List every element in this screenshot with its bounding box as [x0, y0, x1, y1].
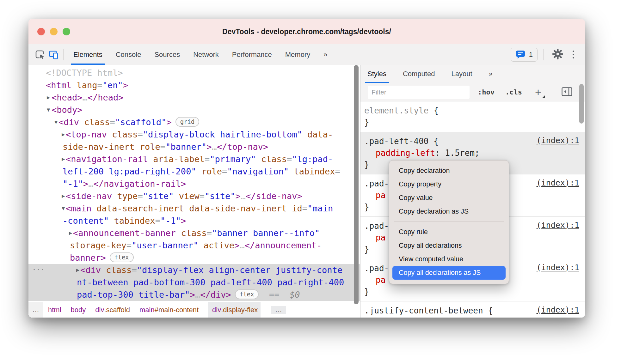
- breadcrumb-item-divscaffold[interactable]: div.scaffold: [95, 302, 130, 318]
- context-menu-item-copy-declaration-as-js[interactable]: Copy declaration as JS: [389, 205, 509, 218]
- sidebar-tab-computed[interactable]: Computed: [403, 65, 435, 83]
- toggle-hover-state-button[interactable]: :hov: [478, 88, 495, 96]
- code-token: storage-key: [70, 240, 126, 250]
- expanded-arrow-icon[interactable]: ▼: [47, 104, 50, 116]
- context-menu-item-view-computed-value[interactable]: View computed value: [389, 252, 509, 266]
- dom-tree-row[interactable]: banner>flex: [28, 252, 360, 264]
- row-menu-dots-icon[interactable]: ···: [32, 264, 44, 275]
- plus-dropdown-corner: [542, 95, 545, 98]
- dom-tree-row[interactable]: ▼<main data-search-inert data-side-nav-i…: [28, 202, 360, 215]
- sidebar-tab-layout[interactable]: Layout: [451, 65, 472, 83]
- code-token: >: [166, 117, 171, 127]
- tab-sources[interactable]: Sources: [148, 44, 187, 65]
- flex-badge[interactable]: flex: [110, 252, 134, 262]
- dom-tree-row[interactable]: ▶<head>…</head>: [28, 91, 360, 104]
- expanded-arrow-icon[interactable]: ▼: [54, 116, 58, 128]
- more-options-button[interactable]: [573, 51, 574, 58]
- collapsed-arrow-icon[interactable]: ▶: [62, 153, 65, 165]
- context-menu-item-copy-all-declarations[interactable]: Copy all declarations: [389, 239, 509, 252]
- tab-memory[interactable]: Memory: [279, 44, 317, 65]
- dom-tree-row[interactable]: <html lang="en">: [28, 79, 360, 91]
- code-token: =: [138, 191, 143, 201]
- context-menu-item-copy-rule[interactable]: Copy rule: [389, 225, 509, 239]
- dom-scrollbar-thumb[interactable]: [354, 65, 359, 304]
- code-token: side-nav-inert role: [63, 142, 160, 152]
- collapsed-arrow-icon[interactable]: ▶: [76, 264, 79, 276]
- collapsed-arrow-icon[interactable]: ▶: [69, 227, 72, 239]
- styles-scrollbar-thumb[interactable]: [579, 84, 584, 124]
- grid-badge[interactable]: grid: [175, 117, 200, 127]
- context-menu-item-copy-declaration[interactable]: Copy declaration: [389, 164, 509, 178]
- breadcrumb-overflow-left[interactable]: …: [28, 302, 43, 318]
- sidebar-tab-more[interactable]: »: [489, 65, 493, 83]
- device-toolbar-icon[interactable]: [47, 48, 61, 62]
- code-token: >: [83, 179, 88, 189]
- dom-tree-row-selected[interactable]: ···▶<div class="display-flex align-cente…: [28, 264, 360, 276]
- settings-button[interactable]: [552, 48, 564, 61]
- stylesheet-source-link[interactable]: (index):1: [537, 178, 579, 187]
- stylesheet-source-link[interactable]: (index):1: [537, 263, 579, 272]
- collapsed-arrow-icon[interactable]: ▶: [62, 190, 65, 202]
- dom-tree-row-selected[interactable]: nt-between pad-bottom-300 pad-left-400 p…: [28, 276, 360, 288]
- breadcrumb-item-body[interactable]: body: [71, 302, 86, 318]
- dom-tree-row[interactable]: <!DOCTYPE html>: [28, 67, 360, 79]
- dom-tree-row[interactable]: side-nav-inert role="banner">…</top-nav>: [28, 141, 360, 153]
- css-rule[interactable]: (index):1.justify-content-between {justi…: [360, 301, 585, 318]
- dom-tree-row[interactable]: ▶<announcement-banner class="banner bann…: [28, 227, 360, 239]
- code-token: =: [222, 167, 227, 176]
- new-style-rule-button[interactable]: +: [533, 88, 543, 97]
- dom-tree-row[interactable]: ▶<side-nav type="site" view="site">…</si…: [28, 190, 360, 202]
- breadcrumb-item-html[interactable]: html: [48, 302, 61, 318]
- stylesheet-source-link[interactable]: (index):1: [537, 136, 579, 145]
- sidebar-toggle-button[interactable]: [561, 87, 573, 98]
- tab-[interactable]: »: [317, 44, 334, 65]
- dom-tree-row[interactable]: left-200 lg:pad-right-200" role="navigat…: [28, 165, 360, 178]
- context-menu-item-copy-all-declarations-as-js[interactable]: Copy all declarations as JS: [392, 266, 506, 280]
- code-token: >: [181, 216, 186, 226]
- code-token: "site": [205, 191, 236, 201]
- dom-tree-row[interactable]: storage-key="user-banner" active>…</anno…: [28, 239, 360, 252]
- issues-button[interactable]: 1: [511, 48, 538, 62]
- flex-badge[interactable]: flex: [235, 289, 259, 299]
- expanded-arrow-icon[interactable]: ▼: [62, 202, 65, 215]
- styles-filter-input[interactable]: [368, 86, 470, 99]
- code-token: =: [205, 154, 210, 164]
- css-rule[interactable]: element.style {}: [360, 101, 585, 132]
- toggle-class-button[interactable]: .cls: [505, 88, 522, 96]
- dom-tree-row[interactable]: -content" tabindex="-1">: [28, 215, 360, 227]
- code-token: $0: [290, 290, 300, 300]
- tab-network[interactable]: Network: [187, 44, 225, 65]
- collapsed-arrow-icon[interactable]: ▶: [62, 128, 65, 141]
- tab-console[interactable]: Console: [109, 44, 148, 65]
- collapsed-arrow-icon[interactable]: ▶: [47, 91, 50, 104]
- dom-tree-row[interactable]: ▼<body>: [28, 104, 360, 116]
- code-token: class: [84, 117, 110, 127]
- breadcrumb-item-divdisplay-flex[interactable]: div.display-flex: [208, 302, 261, 318]
- dom-tree-row[interactable]: ▼<div class="scaffold">grid: [28, 116, 360, 128]
- dom-tree-row[interactable]: ▶<top-nav class="display-block hairline-…: [28, 128, 360, 141]
- code-token: <side-nav: [66, 191, 117, 201]
- css-declaration-line[interactable]: }: [360, 286, 585, 298]
- stylesheet-source-link[interactable]: (index):1: [537, 305, 579, 314]
- inspect-element-icon[interactable]: [33, 48, 47, 62]
- tab-performance[interactable]: Performance: [225, 44, 279, 65]
- sidebar-tab-styles[interactable]: Styles: [367, 65, 386, 83]
- css-declaration-line[interactable]: justify-content: space-between;: [360, 317, 585, 318]
- dom-tree-row-selected[interactable]: pad-top-300 title-bar">…</div>flex == $0: [28, 288, 360, 301]
- code-token: left-200 lg:pad-right-200": [63, 167, 196, 176]
- css-declaration-line[interactable]: element.style {: [360, 105, 585, 117]
- code-token: <div: [80, 265, 106, 275]
- breadcrumb-overflow-right[interactable]: …: [271, 306, 286, 314]
- stylesheet-source-link[interactable]: (index):1: [537, 221, 579, 230]
- css-declaration-line[interactable]: }: [360, 117, 585, 128]
- code-token: =: [126, 240, 132, 250]
- dom-tree-row[interactable]: ▶<navigation-rail aria-label="primary" c…: [28, 153, 360, 165]
- dom-tree-row[interactable]: "-1">…</navigation-rail>: [28, 178, 360, 190]
- breadcrumb-item-mainmain-content[interactable]: main#main-content: [139, 302, 199, 318]
- context-menu-item-copy-property[interactable]: Copy property: [389, 178, 509, 191]
- tab-elements[interactable]: Elements: [67, 44, 109, 65]
- context-menu-item-copy-value[interactable]: Copy value: [389, 191, 509, 205]
- code-token: </announcement-: [245, 240, 322, 250]
- css-declaration-line[interactable]: padding-left: 1.5rem;: [360, 147, 585, 159]
- panel-tabs: ElementsConsoleSourcesNetworkPerformance…: [67, 44, 334, 65]
